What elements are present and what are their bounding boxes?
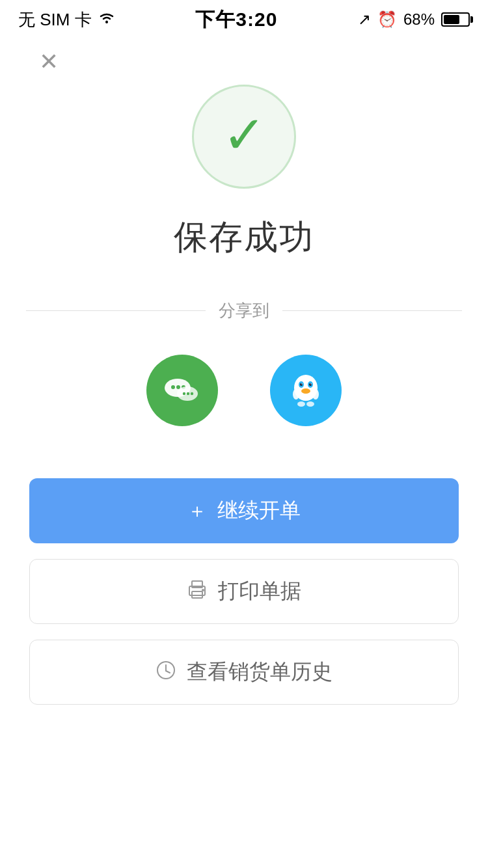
success-circle: ✓ bbox=[192, 85, 296, 189]
action-buttons: ＋ 继续开单 打印单据 bbox=[29, 478, 459, 705]
share-divider: 分享到 bbox=[26, 299, 462, 322]
share-label: 分享到 bbox=[219, 299, 269, 322]
plus-icon: ＋ bbox=[187, 498, 207, 524]
battery-percent: 68% bbox=[403, 10, 435, 29]
qq-icon bbox=[287, 370, 325, 412]
svg-point-15 bbox=[310, 383, 312, 385]
qq-share-button[interactable] bbox=[270, 355, 342, 426]
svg-point-18 bbox=[312, 389, 319, 400]
alarm-icon: ⏰ bbox=[377, 10, 397, 29]
status-time: 下午3:20 bbox=[195, 7, 277, 33]
svg-point-7 bbox=[186, 392, 189, 394]
main-content: ✓ 保存成功 分享到 bbox=[0, 39, 488, 705]
svg-point-0 bbox=[105, 21, 108, 23]
svg-point-3 bbox=[176, 385, 180, 389]
svg-point-14 bbox=[301, 383, 303, 385]
print-label: 打印单据 bbox=[218, 577, 301, 606]
wechat-icon bbox=[161, 370, 204, 412]
continue-label: 继续开单 bbox=[217, 496, 301, 525]
share-section: 分享到 bbox=[0, 299, 488, 426]
print-icon bbox=[187, 580, 208, 604]
svg-point-20 bbox=[306, 401, 314, 407]
history-label: 查看销货单历史 bbox=[187, 658, 332, 686]
status-bar: 无 SIM 卡 下午3:20 ↗ ⏰ 68% bbox=[0, 0, 488, 39]
print-button[interactable]: 打印单据 bbox=[29, 559, 459, 624]
clock-icon bbox=[156, 660, 176, 685]
status-right: ↗ ⏰ 68% bbox=[358, 10, 470, 29]
wifi-icon bbox=[98, 11, 115, 28]
history-button[interactable]: 查看销货单历史 bbox=[29, 640, 459, 705]
svg-point-2 bbox=[171, 385, 175, 389]
share-icons bbox=[26, 355, 462, 426]
svg-point-16 bbox=[301, 388, 310, 394]
carrier-text: 无 SIM 卡 bbox=[18, 8, 92, 31]
location-icon: ↗ bbox=[358, 10, 371, 29]
close-icon: ✕ bbox=[39, 48, 59, 75]
continue-button[interactable]: ＋ 继续开单 bbox=[29, 478, 459, 543]
svg-line-27 bbox=[166, 671, 170, 673]
success-title: 保存成功 bbox=[174, 215, 314, 260]
svg-point-19 bbox=[297, 401, 305, 407]
svg-point-17 bbox=[293, 389, 299, 400]
svg-point-6 bbox=[182, 392, 185, 394]
battery-icon bbox=[441, 12, 470, 27]
status-left: 无 SIM 卡 bbox=[18, 8, 115, 31]
checkmark-icon: ✓ bbox=[223, 109, 266, 161]
svg-point-24 bbox=[202, 589, 204, 591]
svg-point-8 bbox=[190, 392, 193, 394]
close-button[interactable]: ✕ bbox=[33, 46, 65, 78]
wechat-share-button[interactable] bbox=[146, 355, 218, 426]
divider-right bbox=[282, 310, 462, 311]
divider-left bbox=[26, 310, 206, 311]
